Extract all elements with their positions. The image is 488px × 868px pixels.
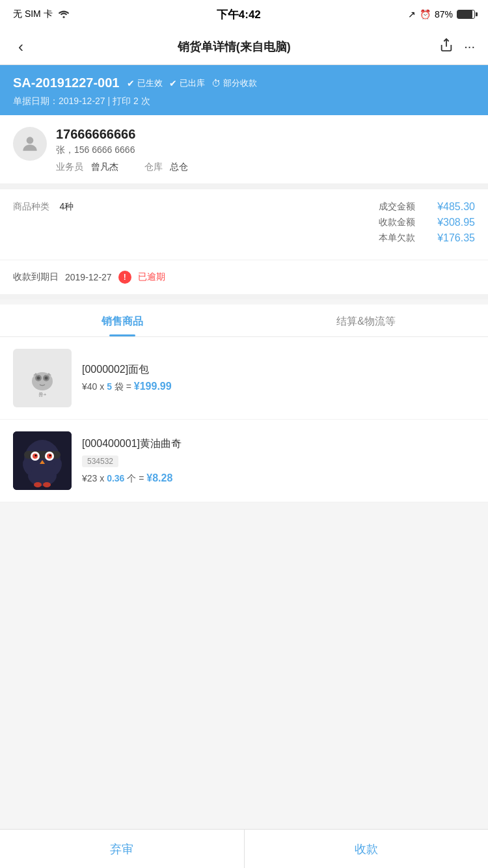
- customer-contact: 张，156 6666 6666: [56, 144, 475, 156]
- product-eq-1: =: [126, 381, 134, 392]
- salesperson-value: 曾凡杰: [91, 161, 118, 172]
- product-type-label: 商品种类: [13, 201, 49, 211]
- deal-amount-value: ¥485.30: [423, 201, 475, 213]
- tabs-section: 销售商品 结算&物流等: [0, 305, 488, 337]
- location-icon: ↗: [408, 9, 416, 20]
- received-amount-row: 收款金额 ¥308.95: [379, 217, 475, 228]
- summary-left: 商品种类 4种: [13, 201, 74, 215]
- product-unit-2: 个: [127, 473, 136, 483]
- warehouse-value: 总仓: [170, 161, 188, 172]
- product-name-2: [000400001]黄油曲奇: [82, 437, 475, 451]
- product-details-1: [0000002]面包 ¥40 x 5 袋 = ¥199.99: [82, 363, 475, 393]
- list-item: [000400001]黄油曲奇 534532 ¥23 x 0.36 个 = ¥8…: [0, 420, 488, 502]
- owed-label: 本单欠款: [379, 232, 415, 244]
- status-bar: 无 SIM 卡 下午4:42 ↗ ⏰ 87%: [0, 0, 488, 29]
- battery-percent: 87%: [435, 9, 453, 20]
- svg-point-20: [49, 455, 51, 457]
- product-type-row: 商品种类 4种: [13, 201, 74, 213]
- nav-bar: ‹ 销货单详情(来自电脑) ···: [0, 29, 488, 65]
- check-icon-1: ✔: [127, 78, 135, 88]
- product-x-2: x: [100, 473, 107, 483]
- order-id: SA-20191227-001: [13, 75, 119, 90]
- svg-point-22: [28, 465, 57, 486]
- product-qty-1: 5: [107, 381, 112, 392]
- deal-amount-row: 成交金额 ¥485.30: [379, 201, 475, 213]
- status-badges: ✔ 已生效 ✔ 已出库 ⏱ 部分收款: [127, 77, 257, 89]
- back-button[interactable]: ‹: [13, 33, 29, 61]
- product-name-1: [0000002]面包: [82, 363, 475, 377]
- product-price-2: ¥23: [82, 473, 97, 483]
- tab-settlement[interactable]: 结算&物流等: [244, 305, 488, 336]
- status-badge-active: ✔ 已生效: [127, 77, 163, 89]
- status-right: ↗ ⏰ 87%: [408, 9, 475, 20]
- product-image-2: [13, 431, 72, 490]
- divider-2: [0, 294, 488, 299]
- status-badge-partial: ⏱ 部分收款: [211, 77, 257, 89]
- page-title: 销货单详情(来自电脑): [178, 39, 291, 55]
- due-date-value: 2019-12-27: [65, 272, 112, 282]
- list-item: 兽+ [0000002]面包 ¥40 x 5 袋 = ¥199.99: [0, 337, 488, 420]
- cancel-button[interactable]: 弃审: [0, 830, 245, 868]
- warehouse-label: 仓库: [144, 161, 163, 172]
- svg-point-7: [37, 377, 40, 380]
- svg-point-8: [45, 377, 48, 380]
- summary-right: 成交金额 ¥485.30 收款金额 ¥308.95 本单欠款 ¥176.35: [379, 201, 475, 248]
- customer-phone: 17666666666: [56, 127, 475, 142]
- customer-info: 17666666666 张，156 6666 6666 业务员 曾凡杰 仓库 总…: [56, 127, 475, 173]
- due-date-section: 收款到期日 2019-12-27 ! 已逾期: [0, 260, 488, 294]
- svg-point-25: [34, 482, 42, 487]
- divider-1: [0, 184, 488, 189]
- wifi-icon: [58, 9, 70, 20]
- deal-amount-label: 成交金额: [379, 201, 415, 213]
- order-date: 单据日期：2019-12-27 | 打印 2 次: [13, 96, 475, 107]
- alarm-icon: ⏰: [420, 9, 431, 20]
- product-price-row-2: ¥23 x 0.36 个 = ¥8.28: [82, 472, 475, 485]
- product-eq-2: =: [139, 473, 146, 483]
- due-date-label: 收款到期日: [13, 271, 59, 283]
- product-unit-1: 袋: [115, 381, 124, 392]
- warehouse-info: 仓库 总仓: [144, 161, 189, 173]
- product-total-1: ¥199.99: [134, 381, 172, 392]
- svg-point-0: [62, 16, 64, 18]
- product-sku-2: 534532: [82, 455, 118, 467]
- owed-amount-row: 本单欠款 ¥176.35: [379, 232, 475, 244]
- svg-rect-14: [24, 451, 61, 459]
- product-type-value: 4种: [60, 201, 74, 211]
- svg-point-2: [27, 137, 34, 144]
- battery-icon: [457, 10, 475, 19]
- received-label: 收款金额: [379, 217, 415, 228]
- confirm-button[interactable]: 收款: [245, 830, 489, 868]
- customer-section: 17666666666 张，156 6666 6666 业务员 曾凡杰 仓库 总…: [0, 115, 488, 184]
- product-list: 兽+ [0000002]面包 ¥40 x 5 袋 = ¥199.99: [0, 337, 488, 502]
- share-button[interactable]: [439, 38, 454, 55]
- product-total-2: ¥8.28: [146, 472, 172, 483]
- salesperson-info: 业务员 曾凡杰: [56, 161, 118, 173]
- status-badge-shipped: ✔ 已出库: [169, 77, 205, 89]
- bottom-bar: 弃审 收款: [0, 829, 488, 868]
- clock-icon: ⏱: [211, 78, 221, 88]
- more-button[interactable]: ···: [464, 39, 475, 54]
- svg-point-19: [35, 455, 37, 457]
- tab-products[interactable]: 销售商品: [0, 305, 244, 336]
- product-price-1: ¥40: [82, 381, 97, 392]
- overdue-text: 已逾期: [138, 271, 165, 283]
- svg-point-26: [43, 482, 51, 487]
- customer-meta: 业务员 曾凡杰 仓库 总仓: [56, 161, 475, 173]
- product-x-1: x: [100, 381, 107, 392]
- nav-actions: ···: [439, 38, 475, 55]
- customer-avatar: [13, 127, 47, 161]
- salesperson-label: 业务员: [56, 161, 83, 172]
- status-time: 下午4:42: [217, 7, 261, 22]
- product-details-2: [000400001]黄油曲奇 534532 ¥23 x 0.36 个 = ¥8…: [82, 437, 475, 485]
- product-price-row-1: ¥40 x 5 袋 = ¥199.99: [82, 381, 475, 393]
- summary-section: 商品种类 4种 成交金额 ¥485.30 收款金额 ¥308.95 本单欠款 ¥…: [0, 189, 488, 260]
- order-banner: SA-20191227-001 ✔ 已生效 ✔ 已出库 ⏱ 部分收款 单据日期：…: [0, 65, 488, 115]
- carrier-text: 无 SIM 卡: [13, 8, 53, 20]
- svg-text:兽+: 兽+: [38, 392, 47, 398]
- owed-value: ¥176.35: [423, 232, 475, 244]
- overdue-icon: !: [118, 271, 131, 284]
- received-value: ¥308.95: [423, 217, 475, 228]
- product-image-1: 兽+: [13, 349, 72, 407]
- status-left: 无 SIM 卡: [13, 8, 70, 20]
- product-qty-2: 0.36: [107, 473, 124, 483]
